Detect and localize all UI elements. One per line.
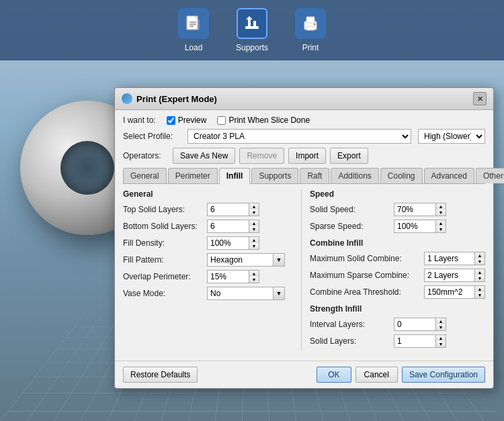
overlap-perimeter-down[interactable]: ▼ (249, 277, 259, 283)
solid-speed-up[interactable]: ▲ (436, 203, 446, 209)
top-solid-layers-up[interactable]: ▲ (249, 203, 259, 209)
close-button[interactable]: ✕ (473, 92, 487, 105)
solid-speed-down[interactable]: ▼ (436, 209, 446, 216)
sparse-speed-up[interactable]: ▲ (436, 220, 446, 226)
max-solid-combine-spinbox: ▲ ▼ (424, 252, 485, 265)
bottom-solid-layers-label: Bottom Solid Layers: (123, 222, 207, 231)
print-when-slice-done-checkbox[interactable] (217, 116, 226, 125)
vase-mode-input[interactable] (207, 287, 273, 300)
import-button[interactable]: Import (288, 148, 326, 164)
max-solid-combine-up[interactable]: ▲ (475, 252, 485, 259)
fill-density-label: Fill Density: (123, 238, 207, 248)
profile-select[interactable]: Creator 3 PLA (187, 129, 411, 144)
combine-area-threshold-row: Combine Area Threshold: ▲ ▼ (310, 285, 485, 299)
print-when-done-checkbox-group: Print When Slice Done (217, 115, 310, 125)
sparse-speed-spinbox: ▲ ▼ (394, 220, 446, 233)
preview-checkbox-group: Preview (167, 115, 207, 125)
vase-mode-label: Vase Mode: (123, 289, 207, 298)
solid-speed-input[interactable] (394, 203, 435, 216)
top-solid-layers-row: Top Solid Layers: ▲ ▼ (123, 203, 293, 216)
dialog-overlay: Print (Expert Mode) ✕ I want to: Preview… (0, 0, 504, 421)
tab-raft[interactable]: Raft (300, 168, 329, 183)
preview-checkbox[interactable] (167, 116, 175, 125)
tab-supports[interactable]: Supports (251, 168, 298, 183)
ok-button[interactable]: OK (317, 367, 351, 383)
solid-layers-down[interactable]: ▼ (436, 341, 446, 347)
save-as-new-button[interactable]: Save As New (173, 148, 235, 164)
solid-layers-row: Solid Layers: ▲ ▼ (310, 334, 485, 348)
dialog-titlebar: Print (Expert Mode) ✕ (115, 88, 493, 110)
save-configuration-button[interactable]: Save Configuration (402, 367, 485, 383)
preview-label: Preview (178, 115, 207, 125)
max-sparse-combine-up[interactable]: ▲ (475, 269, 485, 275)
top-solid-layers-label: Top Solid Layers: (123, 205, 207, 214)
tabs: General Perimeter Infill Supports Raft A… (123, 168, 485, 184)
max-solid-combine-down[interactable]: ▼ (475, 259, 485, 265)
sparse-speed-input[interactable] (394, 220, 435, 233)
fill-pattern-input[interactable] (207, 253, 273, 267)
tab-general[interactable]: General (123, 168, 167, 183)
dialog-title: Print (Expert Mode) (136, 94, 217, 104)
fill-density-spinbox: ▲ ▼ (207, 236, 259, 250)
sparse-speed-row: Sparse Speed: ▲ ▼ (310, 220, 485, 233)
bottom-solid-layers-up[interactable]: ▲ (249, 220, 259, 226)
solid-layers-spinbox: ▲ ▼ (394, 334, 446, 348)
operators-row: Operators: Save As New Remove Import Exp… (123, 148, 485, 164)
fill-density-input[interactable] (207, 236, 249, 250)
bottom-solid-layers-spinbox: ▲ ▼ (207, 220, 259, 233)
solid-layers-input[interactable] (394, 334, 435, 348)
vase-mode-dropdown[interactable]: ▼ (273, 287, 285, 300)
select-profile-label: Select Profile: (123, 132, 183, 141)
bottom-solid-layers-down[interactable]: ▼ (249, 226, 259, 232)
fill-density-down[interactable]: ▼ (249, 243, 259, 249)
left-panel: General Top Solid Layers: ▲ ▼ (123, 189, 302, 351)
interval-layers-input[interactable] (394, 318, 435, 331)
tab-others[interactable]: Others (476, 168, 504, 183)
vase-mode-row: Vase Mode: ▼ (123, 287, 293, 300)
combine-area-threshold-down[interactable]: ▼ (475, 292, 485, 298)
restore-defaults-button[interactable]: Restore Defaults (123, 367, 198, 383)
tab-advanced[interactable]: Advanced (424, 168, 474, 183)
interval-layers-down[interactable]: ▼ (436, 324, 446, 330)
remove-button[interactable]: Remove (239, 148, 284, 164)
top-solid-layers-spinbox: ▲ ▼ (207, 203, 259, 216)
tab-perimeter[interactable]: Perimeter (168, 168, 218, 183)
overlap-perimeter-input[interactable] (207, 270, 249, 283)
max-solid-combine-input[interactable] (424, 252, 474, 265)
tab-infill[interactable]: Infill (219, 168, 251, 184)
select-profile-row: Select Profile: Creator 3 PLA High (Slow… (123, 129, 485, 144)
max-sparse-combine-input[interactable] (424, 269, 474, 282)
fill-density-up[interactable]: ▲ (249, 237, 259, 243)
combine-area-threshold-up[interactable]: ▲ (475, 286, 485, 292)
combine-area-threshold-label: Combine Area Threshold: (310, 287, 424, 297)
overlap-perimeter-spinbox: ▲ ▼ (207, 270, 259, 283)
dialog-content: I want to: Preview Print When Slice Done… (115, 110, 493, 357)
bottom-solid-layers-arrows: ▲ ▼ (249, 220, 259, 233)
max-sparse-combine-down[interactable]: ▼ (475, 275, 485, 281)
solid-speed-label: Solid Speed: (310, 205, 394, 214)
sparse-speed-down[interactable]: ▼ (436, 226, 446, 232)
solid-layers-up[interactable]: ▲ (436, 335, 446, 341)
speed-section-title: Speed (310, 189, 485, 199)
dialog-app-icon (122, 93, 132, 104)
combine-area-threshold-input[interactable] (424, 285, 474, 299)
dialog-title-left: Print (Expert Mode) (122, 93, 217, 104)
overlap-perimeter-arrows: ▲ ▼ (249, 270, 259, 283)
bottom-solid-layers-input[interactable] (207, 220, 249, 233)
max-solid-combine-row: Maximum Solid Combine: ▲ ▼ (310, 252, 485, 265)
top-solid-layers-input[interactable] (207, 203, 249, 216)
tab-additions[interactable]: Additions (331, 168, 378, 183)
overlap-perimeter-up[interactable]: ▲ (249, 271, 259, 277)
max-solid-combine-label: Maximum Solid Combine: (310, 254, 424, 263)
quality-select[interactable]: High (Slower) (418, 129, 485, 144)
export-button[interactable]: Export (330, 148, 368, 164)
top-solid-layers-down[interactable]: ▼ (249, 209, 259, 216)
fill-pattern-dropdown[interactable]: ▼ (273, 253, 285, 267)
fill-pattern-combo: ▼ (207, 253, 285, 267)
max-sparse-combine-label: Maximum Sparse Combine: (310, 271, 424, 280)
tab-cooling[interactable]: Cooling (380, 168, 423, 183)
sparse-speed-label: Sparse Speed: (310, 222, 394, 231)
interval-layers-up[interactable]: ▲ (436, 318, 446, 324)
strength-infill-section-title: Strength Infill (310, 304, 485, 314)
cancel-button[interactable]: Cancel (355, 367, 398, 383)
